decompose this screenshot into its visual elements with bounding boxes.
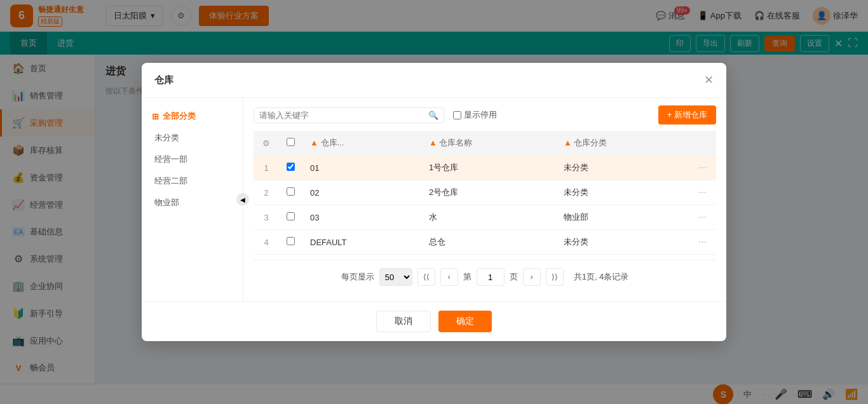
category-sidebar: ⊞ 全部分类 未分类 经营一部 经营二部 物业部 ◀ (142, 98, 243, 301)
search-box: 🔍 (254, 107, 444, 123)
page-number-input[interactable] (477, 268, 505, 286)
more-actions-button[interactable]: ··· (698, 212, 707, 222)
more-actions-button[interactable]: ··· (698, 162, 707, 173)
more-actions-button[interactable]: ··· (698, 187, 707, 198)
modal-toolbar: 🔍 显示停用 + 新增仓库 (254, 105, 716, 125)
prev-page-button[interactable]: ‹ (440, 268, 458, 286)
row-category: 未分类 (556, 156, 691, 180)
table-row[interactable]: 3 03 水 物业部 ··· (254, 205, 716, 230)
row-checkbox[interactable] (287, 187, 295, 196)
row-name: 2号仓库 (421, 180, 556, 205)
row-num: 3 (254, 205, 279, 230)
row-code: DEFAULT (302, 230, 421, 255)
category-item-0[interactable]: 未分类 (142, 127, 243, 149)
show-disabled-input[interactable] (453, 111, 461, 119)
row-name: 1号仓库 (421, 156, 556, 180)
table-header-row: ⚙ ▲ 仓库... ▲ 仓库名称 (254, 131, 716, 156)
table-row[interactable]: 4 DEFAULT 总仓 未分类 ··· (254, 230, 716, 255)
row-category: 未分类 (556, 180, 691, 205)
row-name: 水 (421, 205, 556, 230)
cancel-button[interactable]: 取消 (376, 311, 431, 332)
pagination: 每页显示 50 100 ⟨⟨ ‹ 第 页 › ⟩⟩ 共1页, 4条记录 (254, 260, 716, 293)
row-checkbox-cell (279, 156, 302, 180)
modal-title: 仓库 (154, 74, 173, 86)
row-num: 2 (254, 180, 279, 205)
col-category: ▲ 仓库分类 (556, 131, 691, 156)
per-page-select[interactable]: 50 100 (379, 268, 412, 286)
next-page-button[interactable]: › (523, 268, 541, 286)
show-disabled-checkbox[interactable]: 显示停用 (453, 109, 497, 121)
page-unit: 页 (510, 271, 518, 283)
page-label: 第 (463, 271, 471, 283)
sort-icon: ▲ (310, 138, 318, 147)
warehouse-table: ⚙ ▲ 仓库... ▲ 仓库名称 (254, 131, 716, 255)
col-code: ▲ 仓库... (302, 131, 421, 156)
row-num: 4 (254, 230, 279, 255)
row-checkbox[interactable] (287, 212, 295, 220)
row-more: ··· (691, 156, 716, 180)
first-page-button[interactable]: ⟨⟨ (417, 268, 435, 286)
modal-footer: 取消 确定 (142, 301, 726, 341)
modal-close-button[interactable]: ✕ (704, 73, 714, 87)
all-category-item[interactable]: ⊞ 全部分类 (142, 105, 243, 127)
total-info: 共1页, 4条记录 (574, 271, 629, 283)
row-more: ··· (691, 180, 716, 205)
row-checkbox[interactable] (287, 163, 295, 171)
row-name: 总仓 (421, 230, 556, 255)
row-num: 1 (254, 156, 279, 180)
sidebar-collapse-button[interactable]: ◀ (236, 193, 249, 206)
row-more: ··· (691, 230, 716, 255)
col-actions (691, 131, 716, 156)
col-settings: ⚙ (254, 131, 279, 156)
grid-icon: ⊞ (152, 112, 159, 121)
last-page-button[interactable]: ⟩⟩ (546, 268, 564, 286)
more-actions-button[interactable]: ··· (698, 236, 707, 247)
warehouse-modal: 仓库 ✕ ⊞ 全部分类 未分类 经营一部 经营二部 物业部 ◀ (142, 63, 726, 341)
search-icon[interactable]: 🔍 (428, 111, 438, 120)
row-code: 03 (302, 205, 421, 230)
row-category: 未分类 (556, 230, 691, 255)
category-item-2[interactable]: 经营二部 (142, 170, 243, 192)
per-page-label: 每页显示 (341, 271, 374, 283)
table-row[interactable]: 2 02 2号仓库 未分类 ··· (254, 180, 716, 205)
category-item-1[interactable]: 经营一部 (142, 149, 243, 170)
modal-overlay: 仓库 ✕ ⊞ 全部分类 未分类 经营一部 经营二部 物业部 ◀ (0, 0, 868, 404)
row-checkbox-cell (279, 205, 302, 230)
modal-header: 仓库 ✕ (142, 63, 726, 98)
table: ⚙ ▲ 仓库... ▲ 仓库名称 (254, 131, 716, 255)
row-checkbox-cell (279, 230, 302, 255)
col-name: ▲ 仓库名称 (421, 131, 556, 156)
sort-icon-cat: ▲ (564, 138, 572, 147)
row-code: 02 (302, 180, 421, 205)
category-item-3[interactable]: 物业部 (142, 192, 243, 213)
row-checkbox[interactable] (287, 237, 295, 245)
row-more: ··· (691, 205, 716, 230)
modal-body: ⊞ 全部分类 未分类 经营一部 经营二部 物业部 ◀ 🔍 (142, 98, 726, 301)
col-check (279, 131, 302, 156)
modal-right-panel: 🔍 显示停用 + 新增仓库 ⚙ (243, 98, 726, 301)
select-all-checkbox[interactable] (287, 138, 295, 146)
row-category: 物业部 (556, 205, 691, 230)
table-row[interactable]: 1 01 1号仓库 未分类 ··· (254, 156, 716, 180)
search-input[interactable] (259, 111, 428, 120)
confirm-button[interactable]: 确定 (438, 311, 492, 332)
row-code: 01 (302, 156, 421, 180)
row-checkbox-cell (279, 180, 302, 205)
add-warehouse-button[interactable]: + 新增仓库 (658, 105, 716, 125)
sort-icon-name: ▲ (429, 138, 437, 147)
